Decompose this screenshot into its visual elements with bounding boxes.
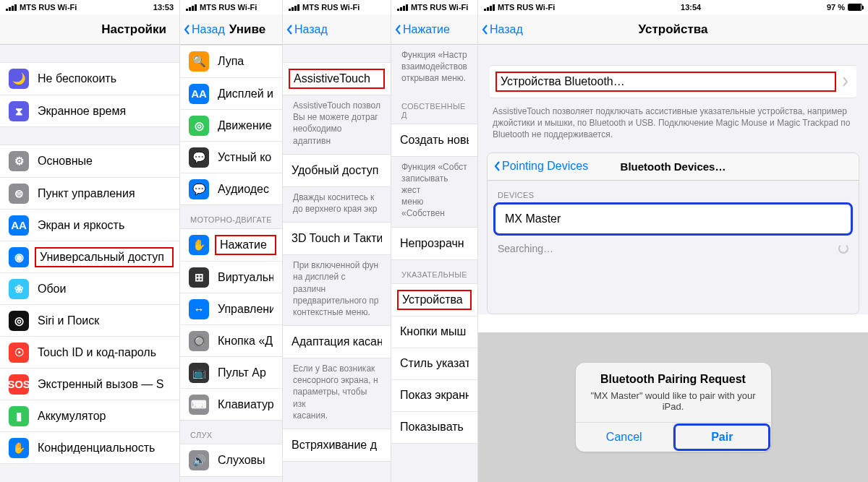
row-label: Аудиодес (218, 183, 273, 196)
settings-row[interactable]: ◉Универсальный доступ (0, 241, 179, 272)
row-label: Пункт управления (38, 187, 171, 200)
row-label: Управлени (218, 303, 273, 316)
row-always-show[interactable]: Показывать (391, 411, 477, 443)
row-reachability[interactable]: Удобный доступ (283, 155, 391, 186)
settings-row[interactable]: SOSЭкстренный вызов — S (0, 368, 179, 400)
status-bar: MTS RUS Wi-Fi (283, 0, 391, 14)
row-icon: SOS (9, 374, 29, 395)
row-label: Устный ко (218, 151, 273, 164)
alert-message: "MX Master" would like to pair with your… (576, 386, 771, 422)
row-assistivetouch[interactable]: AssistiveTouch (283, 63, 391, 95)
row-show-onscreen[interactable]: Показ экранн (391, 379, 477, 411)
settings-row[interactable]: ◎Siri и Поиск (0, 304, 179, 336)
settings-row[interactable]: AAДисплей и (180, 77, 282, 109)
row-label: Touch ID и код-пароль (38, 346, 171, 359)
footer-note: Функция «Собст записывать жест меню «Соб… (391, 157, 477, 227)
settings-row[interactable]: ↔Управлени (180, 293, 282, 324)
row-label: Не беспокоить (38, 72, 171, 85)
carrier: MTS RUS Wi-Fi (498, 3, 555, 12)
back-button[interactable]: Нажатие (396, 23, 450, 36)
navbar-devices: Назад Устройства (478, 14, 868, 45)
chevron-left-icon (482, 25, 488, 35)
row-label: Siri и Поиск (38, 314, 171, 327)
navbar-touch: Назад (283, 14, 391, 45)
settings-row[interactable]: ☉Touch ID и код-пароль (0, 336, 179, 368)
settings-row[interactable]: ⧗Экранное время (0, 95, 179, 126)
spinner-icon (838, 244, 848, 254)
page-title: Устройства (478, 22, 868, 37)
chevron-left-icon (184, 25, 190, 35)
page-title: Униве (225, 22, 278, 37)
footer-note: AssistiveTouch позвол Вы не можете дотра… (283, 95, 391, 154)
section-header: СЛУХ (180, 421, 282, 444)
alert-overlay: Bluetooth Pairing Request "MX Master" wo… (478, 332, 868, 482)
status-bar: MTS RUS Wi-Fi (391, 0, 477, 14)
settings-row[interactable]: ⚙Основные (0, 145, 179, 177)
settings-row[interactable]: ✋Нажатие (180, 229, 282, 261)
settings-row[interactable]: 🔘Кнопка «Д (180, 324, 282, 356)
back-button[interactable]: Назад (287, 23, 328, 36)
settings-row[interactable]: ✋Конфиденциальность (0, 431, 179, 463)
row-icon: ⊜ (9, 184, 29, 204)
carrier: MTS RUS Wi-Fi (411, 3, 468, 12)
settings-row[interactable]: 📺Пульт Ap (180, 356, 282, 388)
searching-row: Searching… (488, 234, 859, 263)
device-row-mx-master[interactable]: MX Master (495, 204, 851, 234)
row-icon: ☉ (9, 343, 29, 363)
navbar-settings: Настройки (0, 14, 179, 45)
row-label: Виртуальн (218, 271, 273, 284)
row-label: Клавиатур (218, 398, 273, 411)
section-header: УКАЗАТЕЛЬНЫЕ (391, 260, 477, 283)
row-devices[interactable]: Устройства (391, 284, 477, 316)
row-opacity[interactable]: Непрозрачн (391, 228, 477, 259)
row-shake[interactable]: Встряхивание д (283, 429, 391, 461)
back-button[interactable]: Назад (184, 23, 225, 36)
row-bluetooth-devices[interactable]: Устройства Bluetooth… (490, 66, 856, 98)
pair-button[interactable]: Pair (673, 423, 771, 452)
row-label: Аккумулятор (38, 410, 171, 423)
settings-row[interactable]: 🔍Лупа (180, 46, 282, 77)
row-label: Дисплей и (218, 87, 273, 100)
chevron-left-icon (396, 25, 401, 35)
settings-row[interactable]: ⌨Клавиатур (180, 388, 282, 420)
cancel-button[interactable]: Cancel (576, 423, 673, 452)
status-bar: MTS RUS Wi-Fi 13:53 (0, 0, 179, 14)
row-icon: 🔘 (189, 331, 209, 351)
row-icon: ❀ (9, 279, 29, 299)
row-icon: AA (9, 215, 29, 236)
settings-row[interactable]: 💬Устный ко (180, 141, 282, 173)
row-create-gesture[interactable]: Создать новь (391, 124, 477, 156)
row-icon: ✋ (189, 235, 209, 255)
sub-navbar: Pointing Devices Bluetooth Devices… (488, 153, 859, 181)
row-touch-accommodations[interactable]: Адаптация касан (283, 326, 391, 358)
signal-icon (6, 4, 17, 11)
row-pointer-style[interactable]: Стиль указат (391, 348, 477, 379)
footer-note: AssistiveTouch позволяет подключать асси… (478, 98, 868, 148)
navbar-assistivetouch: Нажатие (391, 14, 477, 45)
row-mouse-keys[interactable]: Кнопки мыш (391, 316, 477, 348)
row-icon: ⊞ (189, 267, 209, 288)
carrier: MTS RUS Wi-Fi (20, 3, 77, 12)
back-button[interactable]: Назад (482, 23, 523, 36)
row-3dtouch[interactable]: 3D Touch и Такти (283, 223, 391, 254)
row-icon: ⌨ (189, 395, 209, 415)
settings-row[interactable]: 💬Аудиодес (180, 173, 282, 205)
row-icon: 🌙 (9, 69, 29, 89)
battery-pct: 97 % (827, 3, 845, 12)
row-label: Обои (38, 283, 171, 296)
settings-row[interactable]: 🌙Не беспокоить (0, 63, 179, 95)
settings-row[interactable]: ❀Обои (0, 272, 179, 304)
pairing-alert: Bluetooth Pairing Request "MX Master" wo… (576, 363, 771, 452)
row-label: Экранное время (38, 105, 171, 118)
chevron-right-icon (842, 77, 848, 87)
settings-row[interactable]: ⊜Пункт управления (0, 177, 179, 209)
settings-row[interactable]: AAЭкран и яркость (0, 209, 179, 241)
row-icon: ⚙ (9, 151, 29, 171)
settings-row[interactable]: ◎Движение (180, 109, 282, 141)
row-icon: 📺 (189, 363, 209, 383)
footer-note: Функция «Настр взаимодействов открывая м… (391, 45, 477, 92)
settings-row[interactable]: ⊞Виртуальн (180, 261, 282, 293)
settings-row[interactable]: 🔊Слуховы (180, 444, 282, 476)
settings-row[interactable]: ▮Аккумулятор (0, 400, 179, 431)
page-title: Настройки (4, 22, 175, 37)
